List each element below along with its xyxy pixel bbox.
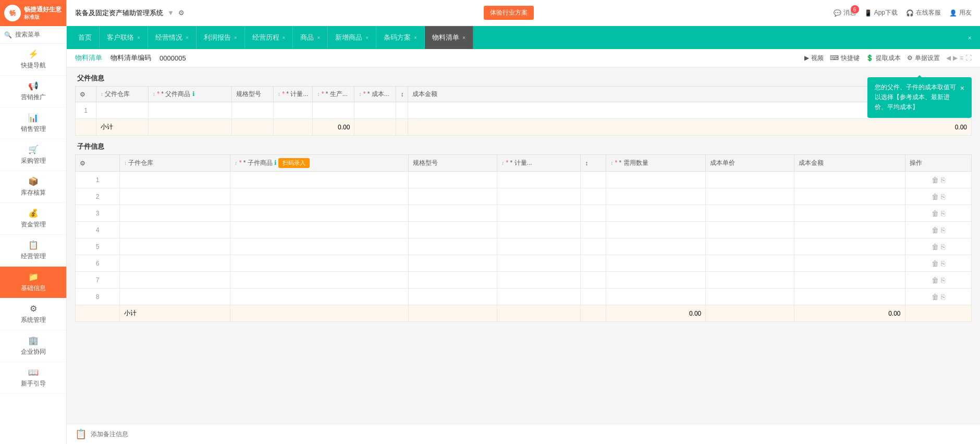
child-product-info-icon[interactable]: ℹ <box>274 159 277 166</box>
child-qty-cell-6[interactable] <box>606 255 706 272</box>
child-amount-cell-5[interactable] <box>794 238 905 255</box>
sidebar-item-basic[interactable]: 📁 基础信息 <box>0 267 66 298</box>
trial-button[interactable]: 体验行业方案 <box>484 6 534 20</box>
message-item[interactable]: 💬 消息 6 <box>834 8 856 17</box>
child-unit-cell-2[interactable] <box>497 188 581 205</box>
parent-product-cell[interactable] <box>149 102 232 119</box>
delete-icon-8[interactable]: 🗑 <box>932 293 939 301</box>
child-amount-cell-3[interactable] <box>794 205 905 222</box>
tab-profit-close[interactable]: × <box>234 35 237 41</box>
sidebar-item-finance[interactable]: 💰 资金管理 <box>0 203 66 235</box>
child-qty-cell-5[interactable] <box>606 238 706 255</box>
child-price-cell-6[interactable] <box>706 255 794 272</box>
child-unit-cell-6[interactable] <box>497 255 581 272</box>
shortcut-btn[interactable]: ⌨ 快捷键 <box>830 54 860 63</box>
child-price-cell-8[interactable] <box>706 289 794 305</box>
child-price-cell-7[interactable] <box>706 272 794 289</box>
tab-new-product-close[interactable]: × <box>365 35 369 41</box>
child-warehouse-cell-1[interactable] <box>119 172 230 188</box>
child-product-cell-3[interactable] <box>230 205 409 222</box>
child-warehouse-cell-4[interactable] <box>119 222 230 238</box>
child-product-cell-6[interactable] <box>230 255 409 272</box>
child-qty-cell-8[interactable] <box>606 289 706 305</box>
delete-icon-2[interactable]: 🗑 <box>932 193 939 201</box>
add-note-icon[interactable]: 📋 <box>75 428 87 440</box>
tab-operation-close[interactable]: × <box>186 35 189 41</box>
sidebar-search[interactable]: 🔍 搜索菜单 <box>0 26 66 44</box>
sidebar-item-enterprise[interactable]: 🏢 企业协同 <box>0 330 66 362</box>
parent-spec-cell[interactable] <box>232 102 274 119</box>
child-price-cell-1[interactable] <box>706 172 794 188</box>
child-product-cell-2[interactable] <box>230 188 409 205</box>
parent-cost-cell[interactable] <box>354 102 396 119</box>
child-amount-cell-4[interactable] <box>794 222 905 238</box>
prev-icon[interactable]: ◀ <box>946 54 951 62</box>
tab-product[interactable]: 商品 × <box>293 26 328 49</box>
tab-product-close[interactable]: × <box>317 35 320 41</box>
child-product-cell-1[interactable] <box>230 172 409 188</box>
copy-icon-1[interactable]: ⎘ <box>941 176 945 184</box>
sidebar-item-guide[interactable]: 📖 新手引导 <box>0 362 66 394</box>
th-child-settings[interactable]: ⚙ <box>76 155 120 172</box>
child-product-cell-5[interactable] <box>230 238 409 255</box>
tab-history-close[interactable]: × <box>283 35 286 41</box>
child-qty-cell-7[interactable] <box>606 272 706 289</box>
copy-icon-3[interactable]: ⎘ <box>941 209 945 218</box>
child-price-cell-5[interactable] <box>706 238 794 255</box>
copy-icon-4[interactable]: ⎘ <box>941 226 945 234</box>
delete-icon-7[interactable]: 🗑 <box>932 276 939 284</box>
child-price-cell-4[interactable] <box>706 222 794 238</box>
child-spec-cell-1[interactable] <box>409 172 497 188</box>
sidebar-item-sales[interactable]: 📊 销售管理 <box>0 107 66 139</box>
delete-icon-1[interactable]: 🗑 <box>932 176 939 184</box>
parent-unit-cell[interactable] <box>274 102 313 119</box>
child-amount-cell-6[interactable] <box>794 255 905 272</box>
child-unit-cell-8[interactable] <box>497 289 581 305</box>
tab-new-product[interactable]: 新增商品 × <box>328 26 376 49</box>
child-spec-cell-8[interactable] <box>409 289 497 305</box>
child-spec-cell-2[interactable] <box>409 188 497 205</box>
child-qty-cell-2[interactable] <box>606 188 706 205</box>
child-warehouse-cell-2[interactable] <box>119 188 230 205</box>
child-product-cell-4[interactable] <box>230 222 409 238</box>
tab-operation[interactable]: 经营情况 × <box>148 26 197 49</box>
scan-button[interactable]: 扫码录入 <box>278 158 310 168</box>
child-amount-cell-8[interactable] <box>794 289 905 305</box>
delete-icon-4[interactable]: 🗑 <box>932 226 939 234</box>
copy-icon-2[interactable]: ⎘ <box>941 193 945 201</box>
tab-barcode-close[interactable]: × <box>414 35 417 41</box>
doc-settings-btn[interactable]: ⚙ 单据设置 <box>907 54 940 63</box>
tab-customer[interactable]: 客户联络 × <box>100 26 148 49</box>
child-amount-cell-2[interactable] <box>794 188 905 205</box>
tooltip-close-button[interactable]: × <box>960 82 964 94</box>
child-spec-cell-5[interactable] <box>409 238 497 255</box>
child-spec-cell-6[interactable] <box>409 255 497 272</box>
tab-history[interactable]: 经营历程 × <box>245 26 293 49</box>
user-item[interactable]: 👤 用友 <box>949 8 972 17</box>
extract-cost-btn[interactable]: 💲 提取成本 <box>866 54 901 63</box>
copy-icon-7[interactable]: ⎘ <box>941 276 945 284</box>
child-warehouse-cell-6[interactable] <box>119 255 230 272</box>
copy-icon-5[interactable]: ⎘ <box>941 243 945 251</box>
child-spec-cell-3[interactable] <box>409 205 497 222</box>
child-qty-cell-3[interactable] <box>606 205 706 222</box>
child-price-cell-2[interactable] <box>706 188 794 205</box>
child-warehouse-cell-8[interactable] <box>119 289 230 305</box>
sidebar-item-marketing[interactable]: 📢 营销推广 <box>0 76 66 107</box>
child-warehouse-cell-7[interactable] <box>119 272 230 289</box>
child-unit-cell-1[interactable] <box>497 172 581 188</box>
child-qty-cell-4[interactable] <box>606 222 706 238</box>
child-warehouse-cell-5[interactable] <box>119 238 230 255</box>
parent-warehouse-cell[interactable] <box>96 102 149 119</box>
dropdown-arrow-icon[interactable]: ▼ <box>167 9 174 17</box>
tab-customer-close[interactable]: × <box>137 35 140 41</box>
copy-icon-6[interactable]: ⎘ <box>941 259 945 268</box>
copy-icon-8[interactable]: ⎘ <box>941 293 945 301</box>
child-amount-cell-1[interactable] <box>794 172 905 188</box>
sidebar-item-operations[interactable]: 📋 经营管理 <box>0 235 66 267</box>
delete-icon-6[interactable]: 🗑 <box>932 259 939 268</box>
delete-icon-5[interactable]: 🗑 <box>932 243 939 251</box>
close-all-icon[interactable]: × <box>963 34 976 42</box>
child-amount-cell-7[interactable] <box>794 272 905 289</box>
child-price-cell-3[interactable] <box>706 205 794 222</box>
